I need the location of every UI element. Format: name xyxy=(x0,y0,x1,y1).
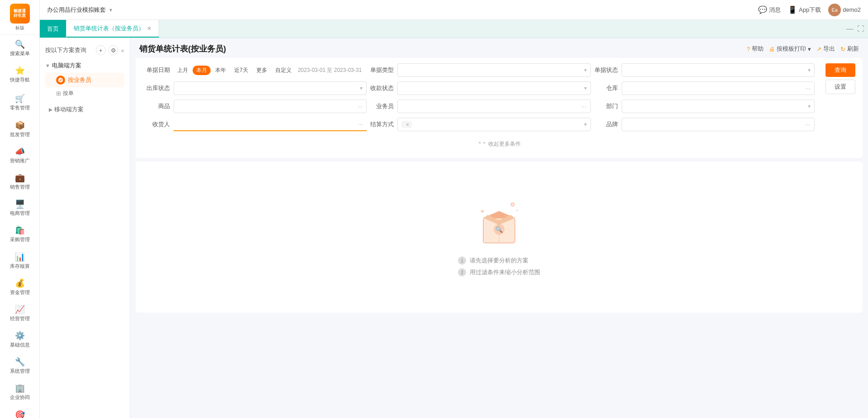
inventory-icon: 📊 xyxy=(15,252,25,262)
date-tab-thisyear[interactable]: 本年 xyxy=(212,66,230,75)
sidebar-operation-label: 经营管理 xyxy=(10,316,30,322)
scheme-item-active-icon xyxy=(56,76,65,85)
goods-input[interactable]: ··· xyxy=(174,100,367,113)
collapse-filter-btn[interactable]: ⌃⌃ 收起更多条件 xyxy=(475,138,524,151)
main-wrap: 办公用品行业模拟账套 ▾ 💬 消息 📱 App下载 Ea demo2 首页 xyxy=(40,0,868,418)
sidebar-item-basic[interactable]: ⚙️ 基础信息 xyxy=(0,326,39,352)
ecommerce-icon: 🖥️ xyxy=(15,199,25,209)
sidebar-item-newuser[interactable]: 🎯 新手引导 xyxy=(0,405,39,418)
settlement-tag: × xyxy=(401,121,411,128)
svg-text:🔍: 🔍 xyxy=(495,226,503,233)
filter-cell-date: 单据日期 上月 本月 本年 近7天 更多 自定义 2023-03-01 至 20… xyxy=(143,66,367,75)
docstatus-select[interactable]: ▾ xyxy=(622,63,815,77)
filter-cell-receiver: 收货人 ··· xyxy=(143,118,367,131)
logo-icon: 畅捷通好生意 xyxy=(10,4,30,24)
filter-cell-docstatus: 单据状态 ▾ xyxy=(591,63,815,77)
date-tab-more[interactable]: 更多 xyxy=(253,66,271,75)
export-btn[interactable]: ↗ 导出 xyxy=(816,45,835,53)
sidebar-item-quicknav[interactable]: ⭐ 快捷导航 xyxy=(0,61,39,87)
finance-icon: 💰 xyxy=(15,278,25,288)
svg-point-7 xyxy=(511,203,514,206)
tab-sales-stats[interactable]: 销货单统计表（按业务员） ✕ xyxy=(66,20,159,38)
warehouse-dots-icon: ··· xyxy=(805,85,811,92)
print-dropdown-arrow[interactable]: ▾ xyxy=(808,46,811,52)
basic-icon: ⚙️ xyxy=(15,331,25,341)
tab-home-label: 首页 xyxy=(47,25,59,33)
user-info-btn[interactable]: Ea demo2 xyxy=(828,4,861,16)
page-title: 销货单统计表(按业务员) xyxy=(139,43,226,54)
topbar-dropdown-arrow[interactable]: ▾ xyxy=(109,7,112,13)
message-btn[interactable]: 💬 消息 xyxy=(758,5,781,14)
step-2-text: 用过滤条件来缩小分析范围 xyxy=(470,268,540,276)
query-button[interactable]: 查询 xyxy=(826,63,855,77)
receiver-input[interactable]: ··· xyxy=(174,118,367,131)
lp-settings-btn[interactable]: ⚙ xyxy=(108,45,118,55)
filter-row-2: 出库状态 ▾ 收款状态 ▾ 仓库 xyxy=(143,81,855,95)
date-tab-7days[interactable]: 近7天 xyxy=(231,66,252,75)
receiptstatus-label: 收款状态 xyxy=(367,84,394,92)
settings-button[interactable]: 设置 xyxy=(826,80,855,94)
sidebar-item-marketing[interactable]: 📣 营销推广 xyxy=(0,142,39,168)
marketing-icon: 📣 xyxy=(15,147,25,157)
refresh-btn[interactable]: ↻ 刷新 xyxy=(840,45,859,53)
department-label: 部门 xyxy=(591,102,618,110)
scheme-mobile-arrow: ▶ xyxy=(49,107,52,113)
sidebar-item-enterprise[interactable]: 🏢 企业协同 xyxy=(0,379,39,405)
tab-close-btn[interactable]: ✕ xyxy=(147,25,151,32)
scheme-pc-header[interactable]: ▼ 电脑端方案 xyxy=(43,59,126,72)
tab-minimize-btn[interactable]: — xyxy=(846,25,854,33)
tab-expand-btn[interactable]: ⛶ xyxy=(857,25,864,33)
logo-text: 标版 xyxy=(15,25,24,31)
scheme-salesperson-label: 按业务员 xyxy=(68,76,91,84)
sidebar-item-wholesale[interactable]: 📦 批发管理 xyxy=(0,116,39,142)
sidebar-item-sales[interactable]: 💼 销售管理 xyxy=(0,168,39,195)
salesperson-label: 业务员 xyxy=(367,102,394,110)
sales-icon: 💼 xyxy=(15,173,25,183)
empty-illustration: 🔍 xyxy=(474,198,524,247)
topbar-account-title: 办公用品行业模拟账套 xyxy=(47,6,106,14)
scheme-group-mobile: ▶ 移动端方案 xyxy=(40,103,130,116)
help-label: 帮助 xyxy=(752,45,764,53)
outstatus-select[interactable]: ▾ xyxy=(174,81,367,95)
scheme-mobile-header[interactable]: ▶ 移动端方案 xyxy=(43,103,126,116)
settlement-clear-btn[interactable]: × xyxy=(406,122,409,127)
receiver-dots-icon: ··· xyxy=(358,120,363,128)
receiptstatus-select[interactable]: ▾ xyxy=(397,81,590,95)
sidebar-item-inventory[interactable]: 📊 库存核算 xyxy=(0,247,39,274)
scheme-item-by-salesperson[interactable]: 按业务员 xyxy=(45,73,124,87)
sidebar-item-retail[interactable]: 🛒 零售管理 xyxy=(0,89,39,115)
doctype-select[interactable]: ▾ xyxy=(397,63,590,77)
sidebar-item-search[interactable]: 🔍 搜索菜单 xyxy=(0,35,39,61)
tab-home[interactable]: 首页 xyxy=(40,20,66,38)
filter-collapse-row: ⌃⌃ 收起更多条件 xyxy=(143,136,855,152)
brand-dots-icon: ··· xyxy=(805,121,811,128)
salesperson-input[interactable]: ··· xyxy=(397,100,590,113)
filter-cell-warehouse: 仓库 ··· xyxy=(591,81,815,95)
date-tab-lastmonth[interactable]: 上月 xyxy=(174,66,192,75)
department-select[interactable]: ▾ xyxy=(622,100,815,113)
scheme-mobile-label: 移动端方案 xyxy=(54,105,84,114)
sidebar-item-operation[interactable]: 📈 经营管理 xyxy=(0,300,39,326)
salesperson-dots-icon: ··· xyxy=(581,103,587,110)
sidebar-purchase-label: 采购管理 xyxy=(10,237,30,242)
sidebar-item-purchase[interactable]: 🛍️ 采购管理 xyxy=(0,221,39,247)
scheme-sub-by-doc[interactable]: ⊞ 按单 xyxy=(43,88,126,99)
lp-add-btn[interactable]: + xyxy=(96,45,106,55)
filter-area: 单据日期 上月 本月 本年 近7天 更多 自定义 2023-03-01 至 20… xyxy=(136,58,863,158)
help-btn[interactable]: ? 帮助 xyxy=(747,45,764,53)
sidebar-item-finance[interactable]: 💰 资金管理 xyxy=(0,274,39,300)
search-menu-icon: 🔍 xyxy=(15,39,25,49)
refresh-label: 刷新 xyxy=(847,45,859,53)
lp-collapse-btn[interactable]: « xyxy=(121,47,124,54)
date-tab-custom[interactable]: 自定义 xyxy=(272,66,295,75)
sidebar-item-ecommerce[interactable]: 🖥️ 电商管理 xyxy=(0,195,39,221)
brand-input[interactable]: ··· xyxy=(622,118,815,131)
date-tab-thismonth[interactable]: 本月 xyxy=(193,66,211,75)
sidebar-finance-label: 资金管理 xyxy=(10,290,30,295)
warehouse-input[interactable]: ··· xyxy=(622,81,815,95)
settlement-select[interactable]: × ▾ xyxy=(397,118,590,131)
filter-row-3: 商品 ··· 业务员 ··· 部门 xyxy=(143,100,855,113)
sidebar-item-system[interactable]: 🔧 系统管理 xyxy=(0,352,39,379)
app-download-btn[interactable]: 📱 App下载 xyxy=(788,5,821,14)
print-btn[interactable]: 🖨 按模板打印 ▾ xyxy=(769,45,811,53)
